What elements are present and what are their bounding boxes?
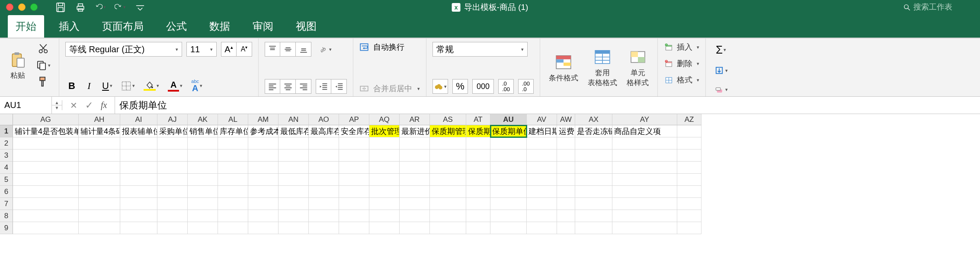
cell[interactable]	[490, 198, 527, 210]
cell[interactable]	[430, 174, 466, 186]
cell[interactable]: 最低库存	[279, 125, 309, 137]
percent-button[interactable]: %	[452, 79, 468, 94]
cell[interactable]	[309, 174, 339, 186]
cell[interactable]	[557, 222, 575, 234]
cell[interactable]	[490, 222, 527, 234]
undo-icon[interactable]: ▾	[95, 2, 106, 13]
cell[interactable]	[120, 149, 157, 162]
insert-cells-button[interactable]: +插入▾	[664, 42, 699, 52]
cell[interactable]	[575, 162, 612, 174]
column-header[interactable]: AW	[557, 114, 575, 125]
cell[interactable]: 辅计量4条码	[79, 125, 120, 137]
orientation-button[interactable]: ab▾	[316, 43, 334, 56]
cell[interactable]	[612, 186, 677, 198]
cell[interactable]	[677, 222, 701, 234]
align-top-button[interactable]	[265, 42, 280, 57]
cell[interactable]	[612, 174, 677, 186]
cell[interactable]	[677, 162, 701, 174]
tab-view[interactable]: 视图	[288, 15, 324, 38]
cell[interactable]: 采购单位	[157, 125, 188, 137]
cell[interactable]	[339, 198, 369, 210]
cell[interactable]	[575, 174, 612, 186]
cell[interactable]	[400, 162, 430, 174]
currency-button[interactable]: ▾	[432, 79, 448, 94]
format-cells-button[interactable]: 格式▾	[664, 75, 699, 85]
cell[interactable]	[309, 222, 339, 234]
cell[interactable]	[677, 149, 701, 162]
cell[interactable]	[248, 174, 279, 186]
format-as-table-button[interactable]: 套用 表格格式	[585, 45, 620, 90]
cell[interactable]	[188, 198, 218, 210]
cell[interactable]	[120, 162, 157, 174]
cell[interactable]	[188, 210, 218, 222]
save-icon[interactable]	[55, 2, 66, 13]
cell[interactable]	[279, 149, 309, 162]
cell[interactable]	[309, 137, 339, 149]
column-header[interactable]: AQ	[369, 114, 400, 125]
cell[interactable]	[218, 210, 248, 222]
cell[interactable]	[369, 174, 400, 186]
cell[interactable]	[527, 137, 557, 149]
cell[interactable]	[248, 198, 279, 210]
column-header[interactable]: AJ	[157, 114, 188, 125]
cell[interactable]	[13, 198, 79, 210]
cell[interactable]	[79, 162, 120, 174]
cell[interactable]	[218, 186, 248, 198]
cell[interactable]	[157, 210, 188, 222]
cell[interactable]	[677, 137, 701, 149]
tab-data[interactable]: 数据	[202, 15, 238, 38]
cell[interactable]	[527, 198, 557, 210]
cell[interactable]	[218, 149, 248, 162]
cell[interactable]	[13, 162, 79, 174]
cell[interactable]	[557, 174, 575, 186]
column-header[interactable]: AL	[218, 114, 248, 125]
grow-font-button[interactable]: A▴	[221, 42, 237, 57]
cell[interactable]: 辅计量4是否包装单位	[13, 125, 79, 137]
cell[interactable]: 商品自定义项	[612, 125, 677, 137]
cell-styles-button[interactable]: 单元 格样式	[624, 45, 651, 90]
cell[interactable]: 最高库存	[309, 125, 339, 137]
cell[interactable]: 是否走冻链	[575, 125, 612, 137]
cell[interactable]	[369, 210, 400, 222]
cell[interactable]: 保质期	[466, 125, 490, 137]
cell[interactable]	[400, 186, 430, 198]
cell[interactable]	[188, 186, 218, 198]
wrap-text-button[interactable]: 自动换行	[359, 42, 420, 52]
cell[interactable]	[466, 137, 490, 149]
cell[interactable]	[339, 186, 369, 198]
cell[interactable]	[557, 149, 575, 162]
close-window-button[interactable]	[6, 3, 13, 11]
cell[interactable]	[369, 198, 400, 210]
cell[interactable]	[527, 162, 557, 174]
phonetic-guide-button[interactable]: abcA▾	[189, 78, 205, 94]
select-all-corner[interactable]	[0, 114, 13, 125]
cell[interactable]	[339, 174, 369, 186]
merge-center-button[interactable]: 合并后居中 ▾	[359, 83, 420, 94]
cell[interactable]	[188, 174, 218, 186]
cell[interactable]: 运费	[557, 125, 575, 137]
print-icon[interactable]	[75, 2, 86, 13]
italic-button[interactable]: I	[83, 79, 96, 93]
cell[interactable]	[339, 222, 369, 234]
cell[interactable]	[466, 174, 490, 186]
cell[interactable]	[557, 186, 575, 198]
cell[interactable]	[248, 210, 279, 222]
cell[interactable]	[575, 137, 612, 149]
cell[interactable]	[120, 174, 157, 186]
redo-icon[interactable]: ▾	[115, 2, 126, 13]
cell[interactable]	[218, 174, 248, 186]
cell[interactable]	[279, 162, 309, 174]
column-header[interactable]: AU	[490, 114, 527, 125]
tab-insert[interactable]: 插入	[51, 15, 87, 38]
fill-color-button[interactable]: ▾	[141, 79, 161, 92]
cell[interactable]	[612, 162, 677, 174]
row-header[interactable]: 8	[0, 210, 13, 222]
cell[interactable]	[677, 210, 701, 222]
column-header[interactable]: AH	[79, 114, 120, 125]
align-center-button[interactable]	[280, 79, 296, 94]
cell[interactable]	[557, 210, 575, 222]
cell[interactable]	[557, 162, 575, 174]
cell[interactable]	[218, 162, 248, 174]
search-sheet[interactable]	[897, 3, 980, 12]
cell[interactable]	[157, 174, 188, 186]
